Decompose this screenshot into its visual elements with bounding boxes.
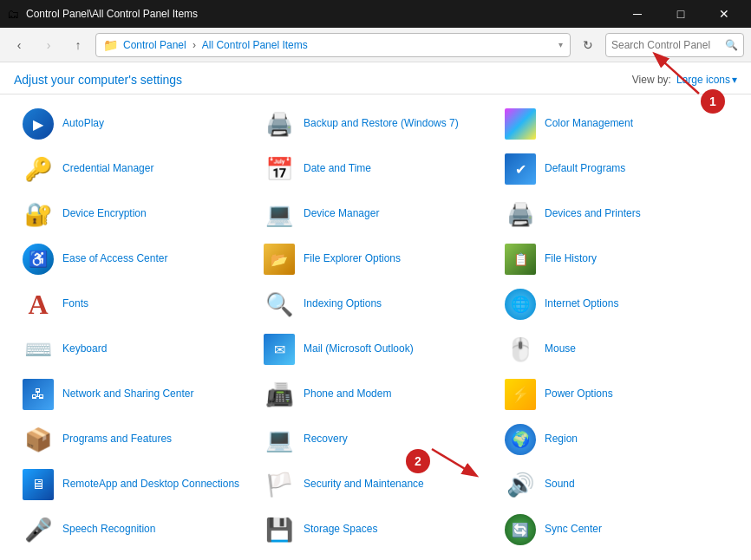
search-icon: 🔍: [725, 39, 738, 51]
color-management-label: Color Management: [545, 117, 633, 131]
mail-icon: ✉: [264, 334, 295, 365]
sync-center-label: Sync Center: [545, 523, 602, 537]
up-button[interactable]: ↑: [66, 33, 90, 57]
file-history-label: File History: [545, 252, 597, 266]
address-icon: 📁: [103, 38, 118, 52]
search-input[interactable]: [611, 39, 722, 51]
programs-features-label: Programs and Features: [62, 433, 172, 446]
network-sharing-label: Network and Sharing Center: [62, 387, 193, 401]
mouse-icon: 🖱️: [505, 334, 536, 365]
ease-of-access-label: Ease of Access Center: [62, 252, 167, 266]
item-mail[interactable]: ✉ Mail (Microsoft Outlook): [255, 327, 496, 372]
speech-recognition-icon: 🎤: [23, 514, 54, 545]
item-device-manager[interactable]: 💻 Device Manager: [255, 192, 496, 237]
item-credential-manager[interactable]: 🔑 Credential Manager: [14, 147, 255, 192]
item-sound[interactable]: 🔊 Sound: [496, 462, 737, 507]
item-programs-features[interactable]: 📦 Programs and Features: [14, 417, 255, 462]
mail-label: Mail (Microsoft Outlook): [304, 342, 414, 356]
default-programs-label: Default Programs: [545, 162, 625, 176]
item-speech-recognition[interactable]: 🎤 Speech Recognition: [14, 507, 255, 552]
autoplay-icon: ▶: [23, 108, 54, 140]
sound-label: Sound: [545, 478, 575, 492]
mouse-label: Mouse: [545, 342, 576, 356]
file-explorer-icon: 📂: [264, 244, 295, 275]
indexing-icon: 🔍: [264, 289, 295, 320]
title-bar-controls: ─ □ ✕: [617, 0, 744, 28]
item-mouse[interactable]: 🖱️ Mouse: [496, 327, 737, 372]
item-color-management[interactable]: Color Management: [496, 101, 737, 147]
view-by-chevron-icon: ▾: [732, 74, 737, 86]
programs-features-icon: 📦: [23, 424, 54, 455]
item-keyboard[interactable]: ⌨️ Keyboard: [14, 327, 255, 372]
speech-recognition-label: Speech Recognition: [62, 523, 155, 537]
minimize-button[interactable]: ─: [617, 0, 657, 28]
refresh-button[interactable]: ↻: [576, 33, 600, 57]
indexing-label: Indexing Options: [304, 297, 382, 311]
power-options-label: Power Options: [545, 387, 613, 401]
item-devices-printers[interactable]: 🖨️ Devices and Printers: [496, 192, 737, 237]
item-storage-spaces[interactable]: 💾 Storage Spaces: [255, 507, 496, 552]
fonts-label: Fonts: [62, 297, 88, 311]
header-bar: Adjust your computer's settings View by:…: [0, 62, 751, 94]
item-default-programs[interactable]: ✔ Default Programs: [496, 147, 737, 192]
file-explorer-label: File Explorer Options: [304, 252, 401, 266]
item-phone-modem[interactable]: 📠 Phone and Modem: [255, 372, 496, 417]
breadcrumb-all-items[interactable]: All Control Panel Items: [202, 39, 308, 51]
item-sync-center[interactable]: 🔄 Sync Center: [496, 507, 737, 552]
sync-center-icon: 🔄: [505, 514, 536, 545]
main-area: Adjust your computer's settings View by:…: [0, 62, 751, 560]
item-ease-of-access[interactable]: ♿ Ease of Access Center: [14, 237, 255, 282]
address-bar: ‹ › ↑ 📁 Control Panel › All Control Pane…: [0, 28, 751, 62]
backup-label: Backup and Restore (Windows 7): [304, 117, 459, 131]
file-history-icon: 📋: [505, 244, 536, 275]
item-backup[interactable]: 🖨️ Backup and Restore (Windows 7): [255, 101, 496, 147]
item-fonts[interactable]: A Fonts: [14, 282, 255, 327]
forward-button[interactable]: ›: [36, 33, 61, 57]
remoteapp-icon: 🖥: [23, 469, 54, 500]
address-chevron-icon[interactable]: ▾: [558, 40, 563, 49]
search-box[interactable]: 🔍: [605, 33, 744, 57]
item-network-sharing[interactable]: 🖧 Network and Sharing Center: [14, 372, 255, 417]
item-date-time[interactable]: 📅 Date and Time: [255, 147, 496, 192]
device-manager-icon: 💻: [264, 199, 295, 230]
fonts-icon: A: [23, 289, 54, 320]
storage-spaces-icon: 💾: [264, 514, 295, 545]
recovery-label: Recovery: [304, 433, 348, 446]
title-bar: 🗂 Control Panel\All Control Panel Items …: [0, 0, 751, 28]
date-time-icon: 📅: [264, 153, 295, 185]
credential-manager-label: Credential Manager: [62, 162, 153, 176]
item-internet-options[interactable]: 🌐 Internet Options: [496, 282, 737, 327]
phone-modem-label: Phone and Modem: [304, 387, 391, 401]
item-file-history[interactable]: 📋 File History: [496, 237, 737, 282]
item-power-options[interactable]: ⚡ Power Options: [496, 372, 737, 417]
item-file-explorer[interactable]: 📂 File Explorer Options: [255, 237, 496, 282]
item-remoteapp[interactable]: 🖥 RemoteApp and Desktop Connections: [14, 462, 255, 507]
close-button[interactable]: ✕: [704, 0, 744, 28]
items-grid: ▶ AutoPlay 🖨️ Backup and Restore (Window…: [14, 101, 737, 552]
maximize-button[interactable]: □: [661, 0, 701, 28]
breadcrumb: Control Panel › All Control Panel Items: [123, 39, 553, 51]
recovery-icon: 💻: [264, 424, 295, 455]
item-region[interactable]: 🌍 Region: [496, 417, 737, 462]
back-button[interactable]: ‹: [7, 33, 31, 57]
ease-of-access-icon: ♿: [23, 244, 54, 275]
breadcrumb-control-panel[interactable]: Control Panel: [123, 39, 186, 51]
page-title: Adjust your computer's settings: [14, 73, 182, 87]
item-device-encryption[interactable]: 🔐 Device Encryption: [14, 192, 255, 237]
default-programs-icon: ✔: [505, 153, 536, 185]
title-bar-icon: 🗂: [7, 7, 19, 21]
item-recovery[interactable]: 💻 Recovery: [255, 417, 496, 462]
keyboard-icon: ⌨️: [23, 334, 54, 365]
items-container: ▶ AutoPlay 🖨️ Backup and Restore (Window…: [0, 94, 751, 560]
view-by-dropdown[interactable]: Large icons ▾: [676, 74, 737, 86]
device-encryption-label: Device Encryption: [62, 207, 147, 221]
view-by-label: View by:: [632, 74, 671, 86]
item-indexing[interactable]: 🔍 Indexing Options: [255, 282, 496, 327]
device-manager-label: Device Manager: [304, 207, 379, 221]
item-security-maintenance[interactable]: 🏳️ Security and Maintenance: [255, 462, 496, 507]
color-management-icon: [505, 108, 536, 140]
remoteapp-label: RemoteApp and Desktop Connections: [62, 478, 239, 492]
address-field[interactable]: 📁 Control Panel › All Control Panel Item…: [95, 33, 571, 57]
item-autoplay[interactable]: ▶ AutoPlay: [14, 101, 255, 147]
credential-manager-icon: 🔑: [23, 153, 54, 185]
